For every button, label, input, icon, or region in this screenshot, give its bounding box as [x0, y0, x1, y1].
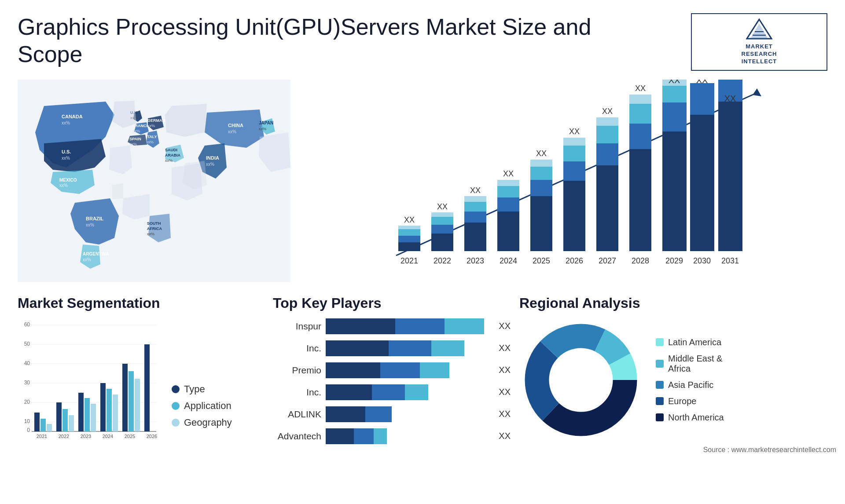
- regional-section: Regional Analysis: [519, 295, 836, 454]
- svg-text:XX: XX: [404, 215, 415, 224]
- svg-rect-52: [464, 212, 486, 223]
- svg-text:40: 40: [24, 360, 30, 366]
- svg-rect-118: [47, 424, 52, 431]
- svg-text:XX: XX: [470, 186, 481, 195]
- source-text: Source : www.marketresearchintellect.com: [519, 446, 836, 454]
- legend-item-type: Type: [172, 383, 232, 395]
- logo-text: MARKET RESEARCH INTELLECT: [742, 43, 777, 66]
- svg-text:XX: XX: [602, 107, 613, 116]
- legend-label-europe: Europe: [668, 396, 697, 406]
- svg-rect-46: [431, 225, 453, 234]
- bar-seg2: [389, 340, 432, 356]
- svg-text:2024: 2024: [500, 256, 517, 265]
- player-bar: [326, 384, 491, 400]
- legend-label-application: Application: [184, 400, 231, 412]
- legend-dot-mea: [656, 360, 664, 368]
- bar-chart-svg: XX 2021 XX 2022 XX 2023: [317, 80, 827, 282]
- svg-rect-122: [69, 415, 74, 431]
- svg-text:xx%: xx%: [129, 142, 137, 146]
- legend-dot-type: [172, 385, 180, 393]
- legend-dot-europe: [656, 397, 664, 405]
- player-name: Inc.: [273, 387, 321, 398]
- svg-text:xx%: xx%: [62, 121, 70, 125]
- bar-seg3: [445, 318, 484, 334]
- svg-text:XX: XX: [437, 202, 448, 211]
- svg-rect-128: [100, 383, 106, 431]
- legend-dot-geography: [172, 419, 180, 427]
- svg-text:ARABIA: ARABIA: [165, 153, 180, 157]
- chart-section: XX 2021 XX 2022 XX 2023: [308, 80, 827, 282]
- legend-dot-apac: [656, 381, 664, 389]
- svg-text:xx%: xx%: [86, 223, 94, 227]
- svg-text:ARGENTINA: ARGENTINA: [83, 252, 109, 256]
- svg-text:20: 20: [24, 399, 30, 405]
- svg-text:xx%: xx%: [206, 162, 214, 167]
- svg-rect-94: [690, 83, 714, 115]
- player-bar: [326, 362, 491, 378]
- legend-item-mea: Middle East &Africa: [656, 354, 724, 374]
- bar-seg1: [326, 384, 372, 400]
- bar-seg2: [395, 318, 445, 334]
- legend-dot-na: [656, 413, 664, 421]
- svg-text:INDIA: INDIA: [206, 155, 219, 161]
- svg-rect-66: [530, 160, 552, 167]
- svg-rect-116: [34, 413, 40, 431]
- svg-text:xx%: xx%: [147, 232, 154, 236]
- svg-text:XX: XX: [635, 84, 646, 93]
- svg-text:xx%: xx%: [228, 129, 236, 134]
- legend-label-mea: Middle East &Africa: [668, 354, 722, 374]
- bar-seg2: [380, 362, 420, 378]
- segmentation-title: Market Segmentation: [18, 295, 264, 311]
- svg-text:2022: 2022: [59, 434, 69, 439]
- list-item: Inc. XX: [273, 340, 511, 356]
- svg-rect-71: [563, 146, 585, 161]
- svg-text:2023: 2023: [81, 434, 91, 439]
- svg-rect-133: [129, 371, 134, 431]
- svg-rect-96: [718, 102, 742, 251]
- svg-text:xx%: xx%: [132, 129, 140, 133]
- svg-text:2028: 2028: [632, 256, 649, 265]
- svg-text:XX: XX: [696, 80, 708, 85]
- bar-seg1: [326, 340, 389, 356]
- svg-text:2027: 2027: [599, 256, 616, 265]
- player-xx: XX: [499, 365, 511, 375]
- legend-label-apac: Asia Pacific: [668, 380, 713, 390]
- player-name: Premio: [273, 365, 321, 376]
- svg-text:JAPAN: JAPAN: [259, 121, 273, 125]
- svg-rect-70: [563, 161, 585, 181]
- regional-title: Regional Analysis: [519, 295, 836, 311]
- seg-chart-svg: 60 50 40 30 20 10 0: [18, 318, 158, 442]
- player-bar: [326, 318, 491, 334]
- player-xx: XX: [499, 387, 511, 397]
- svg-rect-54: [464, 196, 486, 202]
- svg-text:AFRICA: AFRICA: [147, 226, 162, 231]
- map-section: CANADA xx% U.S. xx% MEXICO xx% BRAZIL xx…: [18, 80, 290, 282]
- svg-rect-58: [497, 197, 519, 212]
- svg-text:2031: 2031: [721, 256, 739, 265]
- legend-item-latin: Latin America: [656, 337, 724, 347]
- svg-text:2024: 2024: [103, 434, 113, 439]
- svg-text:CANADA: CANADA: [62, 114, 83, 119]
- list-item: ADLINK XX: [273, 406, 511, 422]
- svg-rect-136: [144, 344, 150, 431]
- svg-text:2023: 2023: [467, 256, 484, 265]
- legend-item-geography: Geography: [172, 417, 232, 428]
- logo-box: MARKET RESEARCH INTELLECT: [691, 13, 827, 71]
- segmentation-section: Market Segmentation 60 50 40 30 20 10 0: [18, 295, 264, 454]
- svg-text:FRANCE: FRANCE: [132, 124, 149, 128]
- bar-seg1: [326, 406, 365, 422]
- svg-text:2026: 2026: [566, 256, 583, 265]
- bottom-grid: Market Segmentation 60 50 40 30 20 10 0: [18, 295, 827, 454]
- svg-rect-53: [464, 202, 486, 212]
- header-row: Graphics Processing Unit(GPU)Servers Mar…: [18, 13, 827, 71]
- player-xx: XX: [499, 409, 511, 419]
- svg-text:xx%: xx%: [259, 127, 266, 131]
- players-section: Top Key Players Inspur XX Inc: [273, 295, 511, 454]
- page-title: Graphics Processing Unit(GPU)Servers Mar…: [18, 13, 634, 68]
- bar-seg2: [372, 384, 405, 400]
- svg-text:2021: 2021: [400, 256, 418, 265]
- player-bar: [326, 428, 491, 444]
- svg-rect-76: [596, 143, 618, 165]
- svg-rect-47: [431, 217, 453, 225]
- svg-rect-64: [530, 180, 552, 196]
